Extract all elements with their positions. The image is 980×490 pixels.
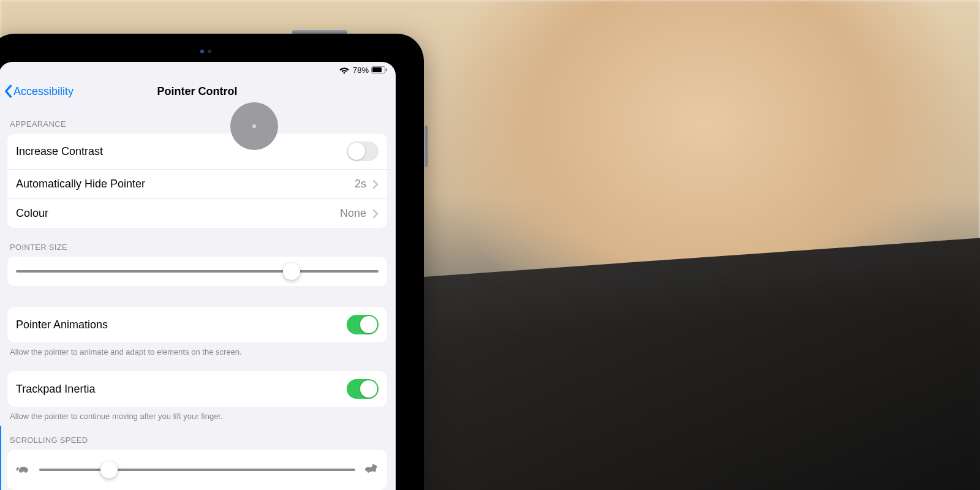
row-trackpad-inertia[interactable]: Trackpad Inertia — [7, 371, 387, 407]
ipad-frame: 78% Accessibility Pointer Control APPEAR… — [0, 34, 424, 490]
trackpad-surface-photo — [398, 236, 980, 490]
back-button-label: Accessibility — [13, 85, 74, 98]
trackpad-inertia-toggle[interactable] — [347, 379, 379, 399]
svg-rect-1 — [372, 67, 382, 72]
navigation-bar: Accessibility Pointer Control — [0, 78, 396, 105]
row-auto-hide-pointer[interactable]: Automatically Hide Pointer 2s — [7, 169, 387, 198]
group-trackpad-inertia: Trackpad Inertia — [7, 371, 387, 407]
row-label: Increase Contrast — [16, 145, 103, 158]
ipad-power-button — [292, 30, 347, 34]
battery-icon — [371, 66, 387, 74]
svg-rect-2 — [386, 69, 387, 72]
scrolling-speed-slider[interactable] — [7, 450, 387, 490]
group-scrolling-speed — [7, 450, 387, 490]
screen-title: Pointer Control — [157, 85, 238, 98]
row-pointer-animations[interactable]: Pointer Animations — [7, 307, 387, 342]
row-value: 2s — [355, 178, 366, 190]
row-value: None — [340, 207, 366, 220]
wifi-icon — [339, 66, 349, 74]
section-header-appearance: APPEARANCE — [7, 105, 387, 134]
caption-trackpad-inertia: Allow the pointer to continue moving aft… — [7, 407, 387, 421]
back-button[interactable]: Accessibility — [4, 85, 74, 98]
pointer-size-slider[interactable] — [7, 257, 387, 286]
ipad-volume-button — [424, 126, 428, 167]
group-pointer-size — [7, 257, 387, 286]
slider-thumb[interactable] — [283, 263, 300, 280]
battery-pct-label: 78% — [353, 66, 369, 75]
group-pointer-animations: Pointer Animations — [7, 307, 387, 342]
row-label: Pointer Animations — [16, 318, 108, 331]
chevron-left-icon — [4, 85, 12, 98]
chevron-right-icon — [372, 179, 379, 189]
slider-track[interactable] — [39, 469, 355, 471]
pointer-preview-icon — [230, 102, 278, 150]
row-label: Trackpad Inertia — [16, 383, 95, 396]
row-label: Colour — [16, 207, 48, 220]
row-label: Automatically Hide Pointer — [16, 178, 145, 190]
turtle-icon — [16, 463, 32, 477]
row-colour[interactable]: Colour None — [7, 198, 387, 228]
pointer-animations-toggle[interactable] — [347, 315, 379, 334]
caption-pointer-animations: Allow the pointer to animate and adapt t… — [7, 342, 387, 356]
row-increase-contrast[interactable]: Increase Contrast — [7, 134, 387, 169]
slider-thumb[interactable] — [100, 461, 118, 478]
slider-track[interactable] — [16, 270, 379, 273]
ipad-screen: 78% Accessibility Pointer Control APPEAR… — [0, 62, 396, 490]
status-bar: 78% — [0, 62, 396, 78]
chevron-right-icon — [372, 209, 379, 219]
ipad-camera-dots — [200, 50, 211, 53]
section-header-scrolling-speed: SCROLLING SPEED — [7, 421, 387, 450]
rabbit-icon — [363, 463, 379, 477]
section-header-pointer-size: POINTER SIZE — [7, 228, 387, 257]
group-appearance: Increase Contrast Automatically Hide Poi… — [7, 134, 387, 228]
increase-contrast-toggle[interactable] — [347, 141, 379, 161]
